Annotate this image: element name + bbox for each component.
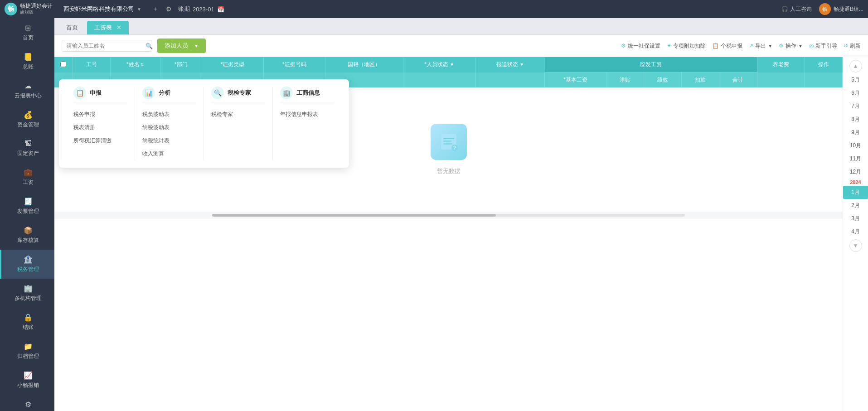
tax-expert-title: 税检专家 bbox=[228, 89, 251, 97]
section-header-analysis: 📊 分析 bbox=[142, 87, 196, 102]
declaration-section-icon: 📋 bbox=[73, 87, 86, 99]
biz-info-title: 工商信息 bbox=[296, 89, 320, 97]
section-biz-info: 🏢 工商信息 年报信息申报表 bbox=[273, 87, 342, 160]
item-income-calc2[interactable]: 收入测算 bbox=[142, 147, 196, 160]
declaration-title: 申报 bbox=[90, 89, 102, 97]
tax-expert-section-icon: 🔍 bbox=[211, 87, 224, 99]
item-tax-check[interactable]: 税检专家 bbox=[211, 108, 265, 121]
analysis-section-icon: 📊 bbox=[142, 87, 155, 99]
section-tax-expert: 🔍 税检专家 税检专家 bbox=[204, 87, 273, 160]
section-header-tax-expert: 🔍 税检专家 bbox=[211, 87, 265, 102]
item-tax-stats[interactable]: 纳税统计表 bbox=[142, 134, 196, 147]
item-tax-declare[interactable]: 税务申报 bbox=[73, 108, 127, 121]
section-declaration: 📋 申报 税务申报 税表清册 所得税汇算清缴 bbox=[66, 87, 135, 160]
item-tax-flow[interactable]: 纳税波动表 bbox=[142, 121, 196, 134]
item-income-calc[interactable]: 所得税汇算清缴 bbox=[73, 134, 127, 147]
item-tax-fluctuation[interactable]: 税负波动表 bbox=[142, 108, 196, 121]
item-tax-table[interactable]: 税表清册 bbox=[73, 121, 127, 134]
biz-info-section-icon: 🏢 bbox=[280, 87, 293, 99]
section-analysis: 📊 分析 税负波动表 纳税波动表 纳税统计表 收入测算 bbox=[135, 87, 204, 160]
section-header-declaration: 📋 申报 bbox=[73, 87, 127, 102]
tax-dropdown-menu: 📋 申报 税务申报 税表清册 所得税汇算清缴 📊 分析 税负波动表 纳税波动表 … bbox=[59, 79, 349, 168]
dropdown-overlay bbox=[0, 0, 868, 411]
section-header-biz-info: 🏢 工商信息 bbox=[280, 87, 335, 102]
analysis-title: 分析 bbox=[159, 89, 170, 97]
item-annual-report[interactable]: 年报信息申报表 bbox=[280, 108, 335, 121]
